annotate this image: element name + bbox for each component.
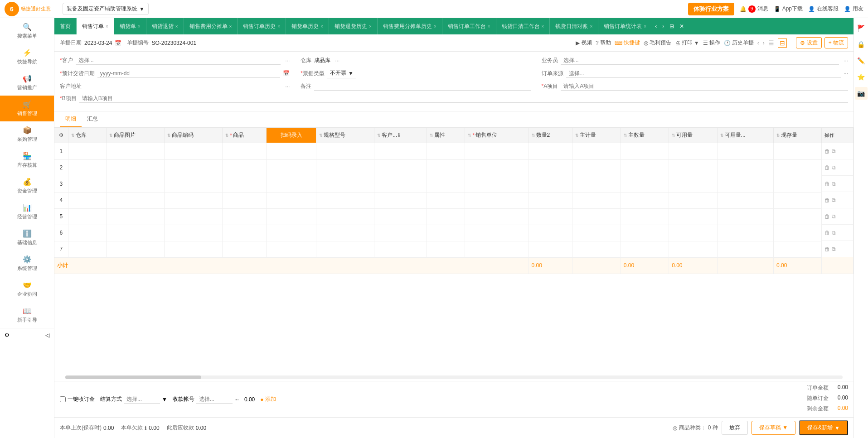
right-scan-icon[interactable]: 📷	[855, 87, 868, 100]
cell-available-more[interactable]	[717, 241, 773, 257]
profit-button[interactable]: ◎ 毛利预告	[644, 39, 671, 47]
salesperson-input[interactable]	[561, 56, 839, 65]
tab-close-icon[interactable]: ×	[369, 24, 372, 29]
tab-cash-daily[interactable]: 钱货日清工作台 ×	[496, 18, 550, 34]
cell-current-qty[interactable]	[774, 176, 822, 192]
add-button[interactable]: ● 添加	[260, 395, 276, 403]
sidebar-item-search[interactable]: 🔍 搜索菜单	[0, 18, 54, 44]
cell-main-qty[interactable]	[621, 159, 669, 176]
invoice-type-select[interactable]: 不开票 ▼	[327, 68, 356, 78]
tab-fee-split[interactable]: 销售费用分摊单 ×	[184, 18, 238, 34]
cell-product[interactable]	[223, 192, 267, 208]
cell-product-code[interactable]	[165, 176, 223, 192]
cell-product-code[interactable]	[165, 192, 223, 208]
cell-attributes[interactable]	[427, 176, 465, 192]
remarks-input[interactable]	[314, 82, 530, 91]
cell-sales-unit[interactable]	[465, 225, 529, 241]
copy-row-icon[interactable]: ⧉	[832, 230, 836, 236]
copy-row-icon[interactable]: ⧉	[832, 148, 836, 154]
app-selector[interactable]: 装备及固定资产辅助管理系统 ▼	[63, 3, 149, 15]
cell-main-qty[interactable]	[621, 192, 669, 208]
cell-sales-unit[interactable]	[465, 208, 529, 225]
copy-row-icon[interactable]: ⧉	[832, 181, 836, 187]
sidebar-item-enterprise[interactable]: 🤝 企业协同	[0, 276, 54, 302]
th-attributes[interactable]: ⇅属性	[427, 128, 465, 143]
b-project-input[interactable]	[79, 94, 848, 103]
cell-spec[interactable]	[316, 143, 374, 160]
th-product[interactable]: ⇅*商品	[223, 128, 267, 143]
th-main-qty[interactable]: ⇅主数量	[621, 128, 669, 143]
cell-product-image[interactable]	[107, 241, 165, 257]
cell-product-code[interactable]	[165, 241, 223, 257]
sidebar-item-system[interactable]: ⚙️ 系统管理	[0, 250, 54, 276]
cell-current-qty[interactable]	[774, 159, 822, 176]
cell-main-unit[interactable]	[572, 159, 621, 176]
preview-button[interactable]: ▶ 视频	[576, 39, 592, 47]
tab-return-goods[interactable]: 销货退货 ×	[146, 18, 184, 34]
tab-close-icon[interactable]: ×	[277, 24, 280, 29]
right-flag-icon[interactable]: 🚩	[855, 22, 868, 34]
cell-warehouse[interactable]	[68, 225, 107, 241]
sidebar-item-purchase[interactable]: 📦 采购管理	[0, 121, 54, 147]
delete-icon[interactable]: 🗑	[824, 181, 830, 187]
copy-row-icon[interactable]: ⧉	[832, 213, 836, 220]
customer-input[interactable]	[76, 56, 281, 65]
cell-main-unit[interactable]	[572, 176, 621, 192]
cell-customer-code[interactable]	[374, 225, 427, 241]
delete-icon[interactable]: 🗑	[824, 246, 830, 252]
tab-close-icon[interactable]: ×	[138, 24, 141, 29]
tab-close-icon[interactable]: ×	[106, 24, 108, 29]
tab-close-icon[interactable]: ×	[644, 24, 646, 29]
cell-available-qty[interactable]	[669, 225, 717, 241]
tab-close-icon[interactable]: ×	[542, 24, 544, 29]
settlement-input[interactable]	[124, 395, 160, 404]
right-edit-icon[interactable]: ✏️	[855, 54, 868, 67]
shortcut-button[interactable]: ⌨ 快捷键	[615, 39, 640, 47]
tab-sales-stats[interactable]: 销售订单统计表 ×	[598, 18, 652, 34]
cell-customer-code[interactable]	[374, 159, 427, 176]
cell-product[interactable]	[223, 241, 267, 257]
cell-quantity2[interactable]	[529, 208, 572, 225]
cell-warehouse[interactable]	[68, 208, 107, 225]
warehouse-more-icon[interactable]: ···	[335, 58, 339, 64]
delete-icon[interactable]: 🗑	[824, 148, 830, 154]
th-spec[interactable]: ⇅规格型号	[316, 128, 374, 143]
cell-product-image[interactable]	[107, 159, 165, 176]
tab-close-icon[interactable]: ×	[590, 24, 592, 29]
tab-close-icon[interactable]: ×	[175, 24, 178, 29]
cell-product-image[interactable]	[107, 143, 165, 160]
cell-main-unit[interactable]	[572, 241, 621, 257]
tab-more-button[interactable]: ⊟	[667, 23, 677, 29]
delete-icon[interactable]: 🗑	[824, 197, 830, 203]
order-source-more-icon[interactable]: ···	[844, 70, 848, 77]
online-service-button[interactable]: 👤 在线客服	[808, 5, 839, 13]
cell-available-qty[interactable]	[669, 176, 717, 192]
right-lock-icon[interactable]: 🔒	[855, 38, 868, 51]
cell-attributes[interactable]	[427, 143, 465, 160]
cell-product-code[interactable]	[165, 225, 223, 241]
tab-prev-button[interactable]: ‹	[652, 23, 659, 29]
horizontal-scrollbar[interactable]	[54, 374, 853, 381]
th-sales-unit[interactable]: ⇅*销售单位	[465, 128, 529, 143]
tab-detail[interactable]: 明细	[60, 111, 82, 127]
cell-warehouse[interactable]	[68, 159, 107, 176]
list-view-icon[interactable]: ☰	[768, 39, 774, 47]
cell-main-qty[interactable]	[621, 176, 669, 192]
cell-product-image[interactable]	[107, 192, 165, 208]
cell-warehouse[interactable]	[68, 143, 107, 160]
receipt-more-icon[interactable]: ···	[234, 396, 239, 403]
cell-main-unit[interactable]	[572, 225, 621, 241]
cell-available-qty[interactable]	[669, 208, 717, 225]
cell-available-more[interactable]	[717, 176, 773, 192]
one-click-checkbox-label[interactable]: 一键收订金	[60, 395, 95, 403]
cell-main-qty[interactable]	[621, 241, 669, 257]
next-record-icon[interactable]: ›	[763, 40, 765, 46]
tab-order-history[interactable]: 销售订单历史 ×	[238, 18, 286, 34]
cell-attributes[interactable]	[427, 208, 465, 225]
cell-warehouse[interactable]	[68, 176, 107, 192]
calendar-icon[interactable]: 📅	[115, 40, 121, 46]
cell-main-qty[interactable]	[621, 208, 669, 225]
sidebar-item-finance[interactable]: 💰 资金管理	[0, 173, 54, 199]
one-click-checkbox[interactable]	[60, 396, 66, 402]
cell-warehouse[interactable]	[68, 241, 107, 257]
